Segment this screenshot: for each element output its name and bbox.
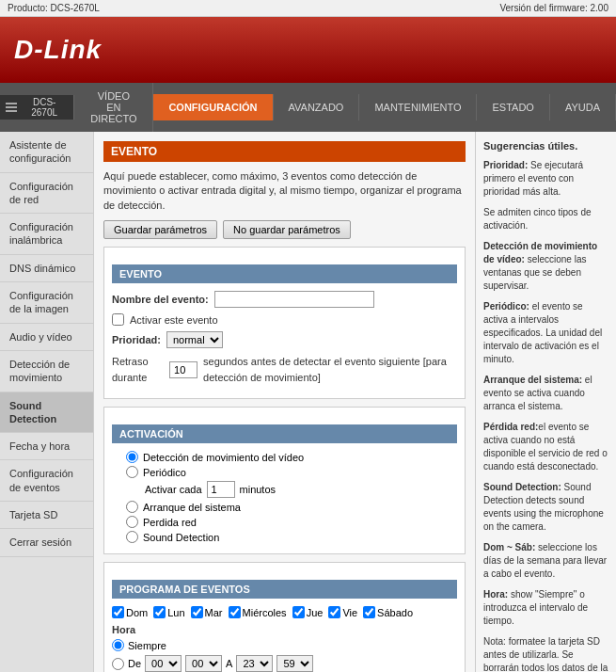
radio-periodico-label: Periódico bbox=[143, 467, 186, 478]
nav-model[interactable]: DCS-2670L bbox=[0, 95, 74, 120]
day-mie-check[interactable] bbox=[229, 606, 241, 618]
sidebar-item-logout[interactable]: Cerrar sesión bbox=[0, 529, 93, 556]
radio-arranque-label: Arranque del sistema bbox=[143, 502, 241, 513]
radio-periodico-input[interactable] bbox=[126, 466, 138, 478]
day-jue-check[interactable] bbox=[292, 606, 305, 618]
a-label: A bbox=[226, 658, 232, 669]
day-vie-check[interactable] bbox=[328, 606, 340, 618]
right-panel-title: Sugerencias útiles. bbox=[483, 139, 608, 153]
day-sab: Sábado bbox=[363, 606, 413, 618]
prioridad-group: Prioridad: normal alta baja bbox=[112, 331, 457, 348]
radio-sound-detection-label: Sound Detection bbox=[143, 532, 219, 543]
sidebar-item-sd[interactable]: Tarjeta SD bbox=[0, 502, 93, 529]
to-hour-select[interactable]: 00012223 bbox=[236, 655, 273, 672]
nosave-button-top[interactable]: No guardar parámetros bbox=[223, 220, 351, 239]
de-row: De 00010203 04050607 00153045 A 00012223… bbox=[112, 655, 457, 672]
de-radio[interactable] bbox=[112, 658, 124, 670]
radio-arranque-input[interactable] bbox=[126, 501, 138, 513]
activar-cada-row: Activar cada minutos bbox=[145, 481, 457, 498]
content-area: EVENTO Aquí puede establecer, como máxim… bbox=[94, 132, 475, 672]
activar-checkbox[interactable] bbox=[112, 313, 124, 326]
top-bar: Producto: DCS-2670L Versión del firmware… bbox=[0, 0, 616, 17]
evento-section: EVENTO Nombre del evento: Activar este e… bbox=[103, 247, 466, 399]
logo: D-Link bbox=[14, 35, 102, 65]
nav-model-label: DCS-2670L bbox=[21, 97, 68, 118]
menu-icon bbox=[6, 103, 17, 112]
nav-advanced[interactable]: AVANZADO bbox=[274, 94, 360, 120]
nav-config-label: CONFIGURACIÓN bbox=[168, 102, 257, 113]
sidebar-item-wizard[interactable]: Asistente de configuración bbox=[0, 132, 93, 173]
siempre-row: Siempre bbox=[112, 639, 457, 651]
radio-motion-video-input[interactable] bbox=[126, 451, 138, 463]
retraso-suffix: segundos antes de detectar el evento sig… bbox=[203, 354, 457, 385]
activar-cada-input[interactable] bbox=[207, 481, 235, 498]
navigation: DCS-2670L VÍDEO ENDIRECTO CONFIGURACIÓN … bbox=[0, 83, 616, 132]
sidebar-item-sound[interactable]: Sound Detection bbox=[0, 392, 93, 434]
firmware-label: Versión del firmware: 2.00 bbox=[499, 3, 608, 13]
programa-header: PROGRAMA DE EVENTOS bbox=[112, 580, 457, 599]
radio-perdida-red-label: Perdida red bbox=[143, 517, 197, 528]
nav-maintenance-label: MANTENIMIENTO bbox=[374, 102, 461, 113]
right-5tipos: Se admiten cinco tipos de activación. bbox=[483, 206, 608, 232]
to-min-select[interactable]: 0015304559 bbox=[276, 655, 313, 672]
sidebar: Asistente de configuración Configuración… bbox=[0, 132, 94, 672]
day-dom: Dom bbox=[112, 606, 148, 618]
main-layout: Asistente de configuración Configuración… bbox=[0, 132, 616, 672]
sidebar-item-datetime[interactable]: Fecha y hora bbox=[0, 433, 93, 460]
sidebar-item-image[interactable]: Configuración de la imagen bbox=[0, 282, 93, 324]
prioridad-select[interactable]: normal alta baja bbox=[166, 331, 223, 348]
from-hour-select[interactable]: 00010203 04050607 bbox=[145, 655, 182, 672]
header: D-Link bbox=[0, 17, 616, 83]
nombre-group: Nombre del evento: bbox=[112, 291, 457, 308]
intro-text: Aquí puede establecer, como máximo, 3 ev… bbox=[103, 169, 466, 213]
hora-section: Hora Siempre De 00010203 04050607 001530… bbox=[112, 624, 457, 672]
nav-help[interactable]: AYUDA bbox=[550, 94, 616, 120]
nav-video-label: VÍDEO ENDIRECTO bbox=[90, 90, 136, 124]
radio-periodico: Periódico bbox=[126, 466, 457, 478]
activacion-section: ACTIVACIÓN Detección de movimiento del v… bbox=[103, 407, 466, 554]
sidebar-item-network[interactable]: Configuración de red bbox=[0, 173, 93, 215]
nombre-input[interactable] bbox=[214, 291, 374, 308]
sidebar-item-dns[interactable]: DNS dinámico bbox=[0, 255, 93, 282]
nombre-label: Nombre del evento: bbox=[112, 294, 209, 305]
nav-estado[interactable]: ESTADO bbox=[477, 94, 549, 120]
day-mie: Miércoles bbox=[229, 606, 287, 618]
product-label: Producto: DCS-2670L bbox=[8, 3, 100, 13]
prioridad-label: Prioridad: bbox=[112, 334, 161, 345]
radio-perdida-red-input[interactable] bbox=[126, 516, 138, 528]
radio-sound-detection-input[interactable] bbox=[126, 531, 138, 543]
sidebar-item-audio[interactable]: Audio y vídeo bbox=[0, 324, 93, 351]
siempre-label: Siempre bbox=[128, 640, 166, 651]
right-perdida-red: Pérdida red:el evento se activa cuando n… bbox=[483, 421, 608, 473]
evento-header: EVENTO bbox=[112, 264, 457, 283]
radio-motion-video-label: Detección de movimiento del vídeo bbox=[143, 452, 304, 463]
right-panel: Sugerencias útiles. Prioridad: Se ejecut… bbox=[475, 132, 616, 672]
top-buttons-row: Guardar parámetros No guardar parámetros bbox=[103, 220, 466, 239]
right-arranque: Arranque del sistema: el evento se activ… bbox=[483, 374, 608, 413]
right-hora: Hora: show "Siempre" o introduzca el int… bbox=[483, 588, 608, 628]
hora-label: Hora bbox=[112, 624, 135, 635]
day-sab-check[interactable] bbox=[363, 606, 375, 618]
nav-maintenance[interactable]: MANTENIMIENTO bbox=[359, 94, 477, 120]
sidebar-item-events[interactable]: Configuración de eventos bbox=[0, 460, 93, 502]
days-row: Dom Lun Mar Miércoles Jue bbox=[112, 606, 457, 618]
nav-advanced-label: AVANZADO bbox=[289, 102, 344, 113]
activacion-header: ACTIVACIÓN bbox=[112, 424, 457, 443]
day-mar-check[interactable] bbox=[191, 606, 203, 618]
retraso-input[interactable] bbox=[169, 361, 197, 378]
day-vie: Vie bbox=[328, 606, 357, 618]
save-button-top[interactable]: Guardar parámetros bbox=[103, 220, 217, 239]
programa-section: PROGRAMA DE EVENTOS Dom Lun Mar Miérco bbox=[103, 562, 466, 672]
activar-cada-suffix: minutos bbox=[240, 484, 276, 495]
nav-video[interactable]: VÍDEO ENDIRECTO bbox=[74, 83, 153, 132]
right-prioridad: Prioridad: Se ejecutará primero el event… bbox=[483, 159, 608, 199]
siempre-radio[interactable] bbox=[112, 639, 124, 651]
main-section-header: EVENTO bbox=[103, 141, 466, 162]
nav-config[interactable]: CONFIGURACIÓN bbox=[153, 94, 273, 120]
sidebar-item-motion[interactable]: Detección de movimiento bbox=[0, 351, 93, 392]
nav-help-label: AYUDA bbox=[565, 102, 600, 113]
day-dom-check[interactable] bbox=[112, 606, 124, 618]
from-min-select[interactable]: 00153045 bbox=[185, 655, 222, 672]
sidebar-item-wireless[interactable]: Configuración inalámbrica bbox=[0, 214, 93, 255]
day-lun-check[interactable] bbox=[153, 606, 166, 618]
